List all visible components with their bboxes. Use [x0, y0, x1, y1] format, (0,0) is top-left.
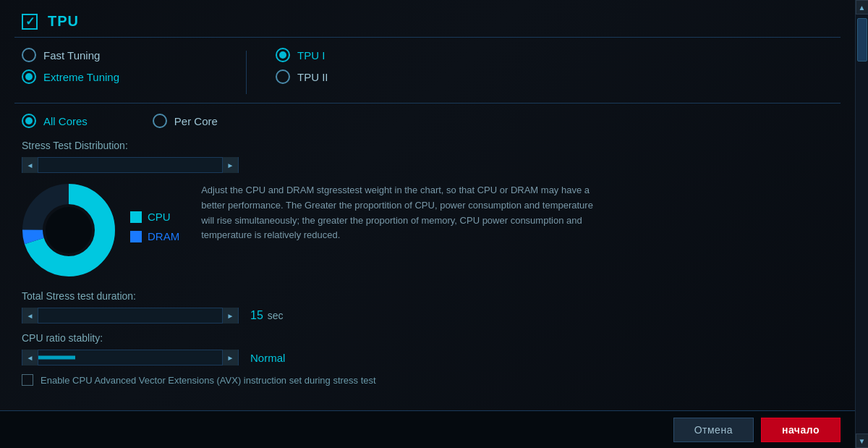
- radio-extreme-tuning-circle: [22, 69, 36, 84]
- scroll-up-arrow[interactable]: ▲: [856, 0, 869, 14]
- stress-slider-container: ◄ ►: [14, 157, 841, 173]
- start-button[interactable]: начало: [761, 418, 841, 442]
- radio-tpu-i-dot: [279, 51, 286, 59]
- stress-slider-track: [38, 158, 222, 172]
- stress-slider-right-arrow[interactable]: ►: [222, 157, 238, 173]
- donut-area: CPU DRAM: [22, 183, 179, 277]
- duration-row: ◄ ► 15 sec: [14, 308, 841, 324]
- radio-all-cores-dot: [25, 117, 33, 124]
- cpu-ratio-slider-right-arrow[interactable]: ►: [222, 350, 238, 365]
- radio-tpu-i-circle: [276, 48, 290, 62]
- stress-info-text: Adjust the CPU and DRAM stgresstest weig…: [201, 183, 606, 243]
- main-container: ▲ ▼ ✓ TPU Fas: [0, 0, 868, 448]
- radio-fast-tuning-circle: [22, 48, 36, 62]
- duration-slider-left-arrow[interactable]: ◄: [22, 308, 38, 324]
- radio-all-cores[interactable]: All Cores: [22, 114, 88, 128]
- stress-distribution-label: Stress Test Distribution:: [14, 140, 841, 151]
- svg-point-3: [46, 207, 92, 253]
- scrollbar[interactable]: ▲ ▼: [855, 0, 868, 448]
- radio-tpu-i[interactable]: TPU I: [276, 48, 328, 62]
- all-cores-label: All Cores: [43, 115, 88, 127]
- radio-per-core[interactable]: Per Core: [153, 114, 218, 128]
- dram-legend-item: DRAM: [130, 230, 179, 242]
- radio-per-core-circle: [153, 114, 167, 128]
- scrollbar-track[interactable]: [856, 14, 869, 434]
- tpu-i-label: TPU I: [297, 49, 325, 62]
- tuning-options: Fast Tuning Extreme Tuning: [14, 48, 841, 97]
- left-tuning-col: Fast Tuning Extreme Tuning: [14, 48, 231, 97]
- content-scroll: ✓ TPU Fast Tuning: [14, 7, 841, 429]
- bottom-bar: Отмена начало: [0, 410, 855, 448]
- cpu-legend-label: CPU: [148, 211, 171, 223]
- total-stress-label: Total Stress test duration:: [14, 290, 841, 302]
- duration-slider-right-arrow[interactable]: ►: [222, 308, 238, 324]
- radio-extreme-tuning-dot: [25, 73, 33, 80]
- right-tuning-col: TPU I TPU II: [261, 48, 372, 97]
- cpu-ratio-fill: [38, 356, 75, 360]
- cpu-ratio-slider[interactable]: ◄ ►: [22, 350, 239, 365]
- dram-legend-color: [130, 231, 142, 242]
- duration-value: 15: [250, 309, 263, 322]
- enable-avx-row: Enable CPU Advanced Vector Extensions (A…: [14, 374, 841, 386]
- scroll-down-arrow[interactable]: ▼: [856, 434, 869, 448]
- tpu-checkbox[interactable]: ✓: [22, 14, 38, 30]
- radio-fast-tuning[interactable]: Fast Tuning: [22, 48, 188, 62]
- cpu-ratio-value: Normal: [250, 352, 285, 364]
- tpu-title: TPU: [48, 13, 79, 30]
- content-area: ✓ TPU Fast Tuning: [0, 0, 855, 448]
- separator-1: [14, 103, 841, 103]
- fast-tuning-label: Fast Tuning: [43, 49, 100, 62]
- duration-slider[interactable]: ◄ ►: [22, 308, 239, 324]
- cancel-button[interactable]: Отмена: [673, 418, 754, 442]
- stress-slider[interactable]: ◄ ►: [22, 157, 239, 173]
- per-core-label: Per Core: [174, 115, 218, 127]
- cpu-ratio-label: CPU ratio stablity:: [14, 332, 841, 344]
- dram-legend-label: DRAM: [148, 230, 179, 242]
- cores-row: All Cores Per Core: [14, 114, 841, 128]
- extreme-tuning-label: Extreme Tuning: [43, 71, 119, 83]
- radio-tpu-ii-circle: [276, 69, 290, 84]
- check-icon: ✓: [25, 16, 35, 28]
- tpu-ii-label: TPU II: [297, 71, 328, 83]
- tpu-header: ✓ TPU: [14, 7, 841, 38]
- legend: CPU DRAM: [130, 211, 179, 250]
- cpu-ratio-row: ◄ ► Normal: [14, 350, 841, 365]
- radio-extreme-tuning[interactable]: Extreme Tuning: [22, 69, 188, 84]
- cpu-ratio-slider-track: [38, 350, 222, 365]
- enable-avx-checkbox[interactable]: [22, 374, 33, 386]
- enable-avx-label: Enable CPU Advanced Vector Extensions (A…: [41, 375, 376, 386]
- donut-chart: [22, 183, 116, 277]
- vertical-divider: [246, 51, 247, 94]
- cpu-ratio-slider-left-arrow[interactable]: ◄: [22, 350, 38, 365]
- scrollbar-thumb[interactable]: [857, 18, 867, 62]
- radio-all-cores-circle: [22, 114, 36, 128]
- chart-info-row: CPU DRAM Adjust the CPU and DRAM stgress…: [14, 183, 841, 277]
- cpu-legend-item: CPU: [130, 211, 179, 223]
- cpu-legend-color: [130, 211, 142, 223]
- radio-tpu-ii[interactable]: TPU II: [276, 69, 328, 84]
- stress-slider-left-arrow[interactable]: ◄: [22, 157, 38, 173]
- duration-slider-track: [38, 308, 222, 323]
- duration-unit: sec: [268, 310, 284, 321]
